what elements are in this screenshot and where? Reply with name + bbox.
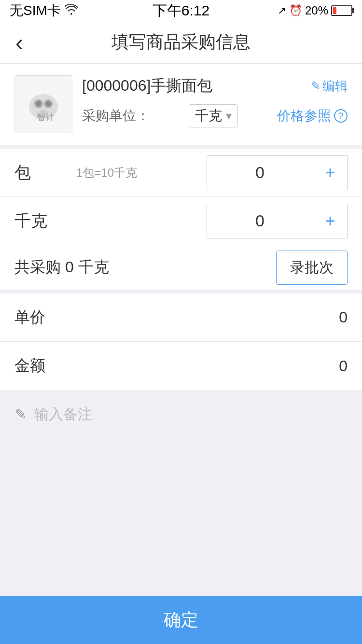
unit-price-row: 单价 0 bbox=[0, 294, 362, 342]
qty-label-bag: 包 bbox=[14, 162, 72, 184]
unit-select[interactable]: 千克 ▾ bbox=[189, 104, 238, 127]
price-info-section: 单价 0 金额 0 bbox=[0, 294, 362, 390]
unit-price-value: 0 bbox=[339, 308, 348, 326]
product-info: [0000006]手撕面包 ✎ 编辑 采购单位： 千克 ▾ 价格参照 ? bbox=[82, 75, 348, 127]
amount-label: 金额 bbox=[14, 355, 45, 377]
unit-price-label: 单价 bbox=[14, 307, 45, 328]
alarm-icon: ⏰ bbox=[289, 4, 302, 17]
product-card: 智计 [0000006]手撕面包 ✎ 编辑 采购单位： 千克 ▾ 价格参照 ? bbox=[0, 64, 362, 149]
record-batch-button[interactable]: 录批次 bbox=[276, 251, 348, 285]
svg-point-3 bbox=[36, 101, 41, 106]
amount-row: 金额 0 bbox=[0, 342, 362, 390]
battery-icon bbox=[331, 5, 352, 16]
amount-value: 0 bbox=[339, 357, 348, 375]
remark-placeholder: 输入备注 bbox=[34, 405, 92, 424]
confirm-button-label: 确定 bbox=[164, 608, 198, 632]
edit-button[interactable]: ✎ 编辑 bbox=[311, 78, 348, 95]
status-right: ↗ ⏰ 20% bbox=[278, 4, 352, 17]
status-left: 无SIM卡 bbox=[10, 1, 78, 20]
price-ref-button[interactable]: 价格参照 ? bbox=[277, 107, 348, 125]
quantity-row-kg: 千克 + bbox=[0, 197, 362, 245]
svg-point-4 bbox=[46, 101, 51, 106]
purchase-unit-label: 采购单位： bbox=[82, 107, 150, 125]
product-name-row: [0000006]手撕面包 ✎ 编辑 bbox=[82, 75, 348, 97]
product-name: [0000006]手撕面包 bbox=[82, 75, 212, 97]
battery-fill bbox=[333, 7, 336, 14]
edit-icon: ✎ bbox=[311, 79, 320, 93]
page-title: 填写商品采购信息 bbox=[111, 30, 251, 54]
carrier-text: 无SIM卡 bbox=[10, 1, 61, 20]
back-button[interactable]: ‹ bbox=[0, 21, 39, 64]
status-bar: 无SIM卡 下午6:12 ↗ ⏰ 20% bbox=[0, 0, 362, 21]
qty-label-kg: 千克 bbox=[14, 210, 72, 232]
qty-sublabel-bag: 1包=10千克 bbox=[76, 165, 207, 181]
purchase-unit-row: 采购单位： 千克 ▾ 价格参照 ? bbox=[82, 104, 348, 127]
battery-percent: 20% bbox=[305, 4, 328, 17]
unit-value: 千克 bbox=[195, 107, 222, 125]
plus-icon-kg: + bbox=[325, 211, 335, 231]
remark-section[interactable]: ✎ 输入备注 bbox=[0, 390, 362, 487]
qty-input-group-bag: + bbox=[207, 155, 348, 190]
total-label: 共采购 0 千克 bbox=[14, 257, 109, 278]
qty-input-kg[interactable] bbox=[207, 204, 313, 238]
quantity-row-bag: 包 1包=10千克 + bbox=[0, 149, 362, 197]
pencil-icon: ✎ bbox=[14, 406, 27, 422]
status-time: 下午6:12 bbox=[153, 1, 209, 21]
nav-bar: ‹ 填写商品采购信息 bbox=[0, 21, 362, 64]
qty-input-group-kg: + bbox=[207, 204, 348, 238]
location-icon: ↗ bbox=[278, 4, 286, 17]
confirm-button[interactable]: 确定 bbox=[0, 596, 362, 644]
qty-plus-kg[interactable]: + bbox=[313, 204, 348, 238]
product-image-inner: 智计 bbox=[15, 76, 72, 133]
edit-label: 编辑 bbox=[322, 78, 348, 95]
back-icon: ‹ bbox=[15, 30, 24, 55]
total-row: 共采购 0 千克 录批次 bbox=[0, 245, 362, 294]
chevron-down-icon: ▾ bbox=[226, 109, 232, 123]
product-image: 智计 bbox=[14, 75, 72, 133]
svg-text:智计: 智计 bbox=[36, 112, 55, 121]
qty-input-bag[interactable] bbox=[207, 155, 313, 190]
info-icon: ? bbox=[334, 109, 348, 123]
plus-icon-bag: + bbox=[325, 163, 335, 183]
wifi-icon bbox=[65, 3, 78, 18]
price-ref-label: 价格参照 bbox=[277, 107, 331, 125]
qty-plus-bag[interactable]: + bbox=[313, 155, 348, 190]
quantity-section: 包 1包=10千克 + 千克 + bbox=[0, 149, 362, 245]
